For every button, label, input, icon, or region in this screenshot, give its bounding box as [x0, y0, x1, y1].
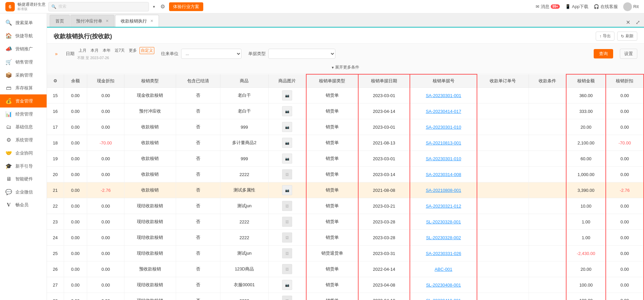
th-include-settled: 包含已结清 — [176, 74, 220, 88]
td-doc-no[interactable]: SL-20230328-002 — [410, 230, 477, 246]
doc-type-select[interactable] — [268, 49, 335, 59]
td-doc-no[interactable]: ABC-001 — [410, 261, 477, 277]
td-doc-no[interactable]: SA-20230314-008 — [410, 167, 477, 182]
tab-prepay[interactable]: 预付冲应付单 ✕ — [70, 15, 114, 27]
user-item[interactable]: Rit — [623, 2, 639, 11]
doc-no-link[interactable]: SA-20210808-001 — [426, 188, 461, 193]
gear-icon-btn[interactable]: ⚙ — [159, 3, 166, 10]
doc-no-link[interactable]: ABC-001 — [435, 267, 452, 272]
doc-no-link[interactable]: SL-20230408-001 — [426, 283, 461, 288]
td-doc-no[interactable]: SA-20230301-010 — [410, 119, 477, 135]
expand-more-btn[interactable]: ▾ 展开更多条件 — [332, 65, 359, 70]
td-include-settled: 否 — [176, 198, 220, 214]
maximize-btn[interactable]: ⤢ — [634, 18, 641, 27]
export-btn[interactable]: ↑ 导出 — [596, 32, 614, 41]
filter-expand-btn[interactable]: » — [54, 50, 59, 58]
chevron-down-btn[interactable]: ▾ — [152, 4, 156, 10]
filter-row-1: » 日期 上月 本月 本年 近7天 更多 自定义 — [54, 47, 637, 60]
td-doc-no[interactable]: SL-20230408-001 — [410, 277, 477, 293]
sidebar-item-collab[interactable]: 🤝 企业协同 — [0, 146, 47, 160]
top-bar: 6 畅捷通谱好生意 标准版 🔍 搜索 ▾ ⚙ 体验行业方案 ✉ 消息 99+ 📱… — [0, 0, 644, 13]
query-btn[interactable]: 查询 — [594, 49, 613, 58]
app-download-item[interactable]: 📱 App下载 — [565, 4, 588, 10]
doc-no-link[interactable]: SL-20230328-002 — [426, 235, 461, 240]
td-verify-type: 现结收款核销 — [124, 293, 176, 300]
date-last-month[interactable]: 上月 — [77, 47, 88, 54]
close-collect-tab[interactable]: ✕ — [150, 19, 153, 23]
sidebar-item-inventory[interactable]: 🗃 库存核算 — [0, 82, 47, 94]
td-doc-no[interactable]: SL-20230328-001 — [410, 214, 477, 230]
td-verify-type: 收款核销 — [124, 135, 176, 151]
close-window-btn[interactable]: ✕ — [625, 18, 632, 27]
sidebar-item-marketing[interactable]: 📣 营销推广 — [0, 42, 47, 55]
sidebar-item-search[interactable]: 🔍 搜索菜单 — [0, 16, 47, 29]
td-product-img: 🖼 — [268, 246, 306, 261]
date-this-month[interactable]: 本月 — [89, 47, 100, 54]
collect-tab-label: 收款核销执行 — [121, 18, 147, 24]
top-bar-right: ✉ 消息 99+ 📱 App下载 🎧 在线客服 Rit — [536, 2, 639, 11]
td-row-num: 22 — [47, 198, 64, 214]
refresh-btn[interactable]: ↻ 刷新 — [617, 32, 637, 41]
td-product: 老白干 — [220, 88, 268, 103]
td-doc-no[interactable]: SA-20230331-026 — [410, 246, 477, 261]
sidebar-item-basic[interactable]: 🗂 基础信息 — [0, 121, 47, 133]
td-doc-no[interactable]: SA-20210813-001 — [410, 135, 477, 151]
doc-no-link[interactable]: SA-20210813-001 — [426, 140, 461, 145]
date-more[interactable]: 更多 — [127, 47, 138, 54]
doc-no-link[interactable]: SA-20230321-012 — [426, 204, 461, 209]
td-verify-type: 现金收款核销 — [124, 88, 176, 103]
sidebar-item-member[interactable]: V 畅会员 — [0, 199, 47, 211]
td-doc-no[interactable]: SL-20230418-001 — [410, 293, 477, 300]
partner-select[interactable]: ... — [181, 49, 241, 59]
td-product-img: 📷 — [268, 151, 306, 167]
td-collect-cond — [529, 103, 566, 119]
td-doc-date: 2023-03-14 — [358, 167, 410, 182]
tab-home[interactable]: 首页 — [50, 15, 70, 27]
date-7days[interactable]: 近7天 — [113, 47, 126, 54]
setting-btn[interactable]: 设置 — [620, 49, 637, 59]
search-menu-icon: 🔍 — [5, 19, 12, 26]
sidebar-item-wechat[interactable]: 💬 企业微信 — [0, 185, 47, 199]
td-collect-no — [477, 293, 529, 300]
date-this-year[interactable]: 本年 — [101, 47, 112, 54]
sidebar-item-hardware[interactable]: 🖥 智能硬件 — [0, 173, 47, 185]
notification-item[interactable]: ✉ 消息 99+ — [536, 4, 560, 10]
td-verify-discount: -70.00 — [606, 135, 644, 151]
td-product-img: 📷 — [268, 135, 306, 151]
doc-no-link[interactable]: SA-20230301-010 — [426, 156, 461, 161]
sidebar-item-purchase[interactable]: 📦 采购管理 — [0, 69, 47, 82]
tab-collect[interactable]: 收款核销执行 ✕ — [115, 15, 159, 27]
search-area[interactable]: 🔍 搜索 — [48, 2, 149, 11]
online-service-item[interactable]: 🎧 在线客服 — [594, 4, 618, 10]
doc-no-link[interactable]: SA-20230314-008 — [426, 172, 461, 177]
sidebar-item-system[interactable]: ⚙ 系统管理 — [0, 133, 47, 146]
industry-btn[interactable]: 体验行业方案 — [169, 2, 203, 11]
doc-no-link[interactable]: SA-20230331-026 — [426, 251, 461, 256]
td-doc-no[interactable]: SA-20230321-012 — [410, 198, 477, 214]
doc-no-link[interactable]: SA-20230301-001 — [426, 93, 461, 98]
sidebar-item-operation[interactable]: 📊 经营管理 — [0, 108, 47, 121]
date-custom[interactable]: 自定义 — [140, 47, 154, 54]
notification-label: 消息 — [541, 4, 549, 10]
home-icon: 🏠 — [5, 33, 12, 39]
td-doc-no[interactable]: SA-20230301-001 — [410, 88, 477, 103]
doc-no-link[interactable]: SL-20230328-001 — [426, 219, 461, 224]
td-row-num: 17 — [47, 119, 64, 135]
td-doc-no[interactable]: SA-20230414-017 — [410, 103, 477, 119]
close-prepay-tab[interactable]: ✕ — [106, 19, 109, 23]
doc-no-link[interactable]: SA-20230414-017 — [426, 109, 461, 114]
doc-no-link[interactable]: SA-20230301-010 — [426, 125, 461, 130]
th-settings[interactable]: ⚙ — [47, 74, 64, 88]
td-doc-no[interactable]: SA-20230301-010 — [410, 151, 477, 167]
sidebar-item-quick-nav[interactable]: 🏠 快捷导航 — [0, 29, 47, 42]
table-container: ⚙ 余额 现金折扣 核销类型 包含已结清 商品 商品图片 核销单据类型 核销单据… — [47, 74, 644, 300]
td-cash-discount: 0.00 — [87, 277, 124, 293]
sidebar-item-finance[interactable]: 💰 资金管理 — [0, 94, 47, 108]
td-cash-discount: 0.00 — [87, 230, 124, 246]
td-doc-no[interactable]: SA-20210808-001 — [410, 182, 477, 198]
sidebar-item-guide[interactable]: 🎓 新手引导 — [0, 160, 47, 173]
td-doc-date: 2021-08-08 — [358, 182, 410, 198]
doc-no-link[interactable]: SL-20230418-001 — [426, 298, 461, 300]
table-row: 16 0.00 0.00 预付冲应收 否 老白干 📷 销货单 2023-04-1… — [47, 103, 644, 119]
sidebar-item-sales[interactable]: 🛒 销售管理 — [0, 55, 47, 69]
